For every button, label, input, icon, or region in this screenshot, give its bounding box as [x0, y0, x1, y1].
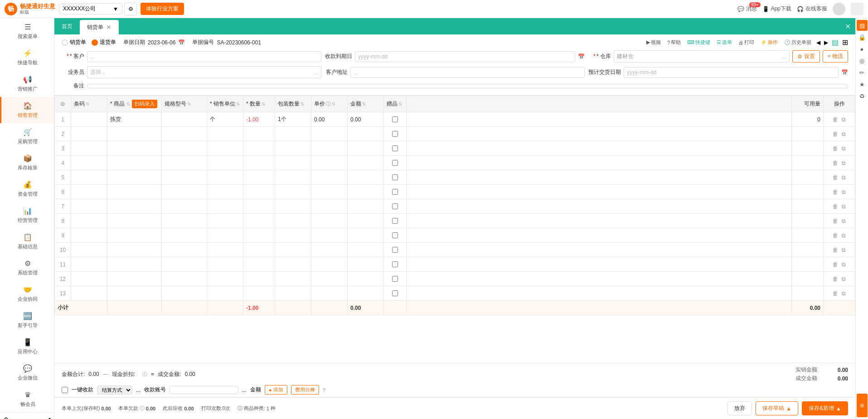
cell-gift-7[interactable]	[384, 214, 407, 228]
cell-gift-10[interactable]	[384, 257, 407, 272]
cell-barcode-6[interactable]	[71, 199, 107, 214]
cell-barcode-1[interactable]	[71, 127, 107, 141]
date-calendar-icon[interactable]: 📅	[178, 39, 185, 46]
gift-checkbox-8[interactable]	[392, 232, 398, 238]
doc-no-value[interactable]: SA-20230606-001	[217, 39, 261, 46]
cell-qty-1[interactable]	[243, 127, 275, 141]
cell-pkgqty-3[interactable]	[275, 156, 311, 170]
radio-sales[interactable]: 销货单	[62, 39, 86, 46]
settings-gear-button[interactable]: ⚙	[124, 3, 137, 15]
cell-pkgqty-6[interactable]	[275, 199, 311, 214]
expense-info-icon[interactable]: ?	[323, 387, 325, 393]
sidebar-item-inventory[interactable]: 📦 库存核算	[0, 149, 54, 176]
shortcut-btn[interactable]: ⌨ 快捷键	[686, 39, 712, 46]
sidebar-settings-icon[interactable]: ⚙	[4, 416, 9, 419]
sidebar-item-purchase[interactable]: 🛒 采购管理	[0, 123, 54, 149]
cell-product-11[interactable]	[107, 272, 162, 286]
gift-checkbox-6[interactable]	[392, 203, 398, 209]
cell-spec-1[interactable]	[162, 127, 207, 141]
delete-icon-8[interactable]: 🗑	[833, 232, 838, 239]
sidebar-item-collab[interactable]: 🤝 企业协同	[0, 281, 54, 307]
customer-address-input[interactable]	[350, 67, 585, 78]
copy-icon-5[interactable]: ⧉	[842, 189, 846, 195]
cell-desc-5[interactable]	[407, 185, 792, 199]
cell-barcode-5[interactable]	[71, 185, 107, 199]
cell-gift-2[interactable]	[384, 141, 407, 156]
one-click-payment-checkbox[interactable]	[62, 387, 68, 393]
help-btn[interactable]: ? 帮助	[666, 39, 682, 46]
cell-desc-3[interactable]	[407, 156, 792, 170]
cell-price-0[interactable]: 0.00	[311, 112, 348, 127]
cell-pkgqty-5[interactable]	[275, 185, 311, 199]
cell-unit-7[interactable]	[207, 214, 243, 228]
cell-spec-7[interactable]	[162, 214, 207, 228]
operate-btn[interactable]: ⚡ 操作	[759, 39, 779, 46]
delete-icon-10[interactable]: 🗑	[833, 261, 838, 268]
cell-product-12[interactable]	[107, 286, 162, 301]
cell-unit-4[interactable]	[207, 170, 243, 185]
cell-price-5[interactable]	[311, 185, 348, 199]
cell-qty-7[interactable]	[243, 214, 275, 228]
cell-spec-2[interactable]	[162, 141, 207, 156]
cell-amount-11[interactable]	[348, 272, 384, 286]
account-input[interactable]	[170, 386, 238, 394]
cell-pkgqty-10[interactable]	[275, 257, 311, 272]
tab-sales-order[interactable]: 销货单 ✕	[80, 20, 119, 34]
sidebar-collapse-icon[interactable]: ◀	[46, 416, 50, 419]
delivery-calendar-icon[interactable]: 📅	[841, 69, 848, 76]
cell-qty-6[interactable]	[243, 199, 275, 214]
delivery-date-input[interactable]: yyyy-mm-dd	[624, 67, 839, 78]
cell-qty-2[interactable]	[243, 141, 275, 156]
logistics-button[interactable]: + 物流	[823, 50, 848, 63]
cell-spec-3[interactable]	[162, 156, 207, 170]
scan-button[interactable]: 扫码录入	[132, 100, 157, 108]
gift-checkbox-11[interactable]	[392, 276, 398, 282]
cell-desc-1[interactable]	[407, 127, 792, 141]
cell-product-3[interactable]	[107, 156, 162, 170]
cell-price-1[interactable]	[311, 127, 348, 141]
remarks-input[interactable]	[87, 84, 848, 88]
cell-product-9[interactable]	[107, 243, 162, 257]
save-draft-dropdown-icon[interactable]: ▲	[786, 405, 791, 412]
delete-icon-11[interactable]: 🗑	[833, 276, 838, 282]
cell-gift-8[interactable]	[384, 228, 407, 243]
cell-gift-5[interactable]	[384, 185, 407, 199]
cell-qty-9[interactable]	[243, 243, 275, 257]
app-download-button[interactable]: 📱 App下载	[762, 5, 791, 13]
cell-product-2[interactable]	[107, 141, 162, 156]
cell-product-0[interactable]: 拣货	[107, 112, 162, 127]
cell-spec-5[interactable]	[162, 185, 207, 199]
delete-icon-5[interactable]: 🗑	[833, 189, 838, 195]
gift-checkbox-4[interactable]	[392, 174, 398, 180]
copy-icon-6[interactable]: ⧉	[842, 203, 846, 210]
history-btn[interactable]: 🕐 历史单据	[783, 39, 813, 46]
sidebar-item-wechat[interactable]: 💬 企业微信	[0, 360, 54, 386]
cell-unit-1[interactable]	[207, 127, 243, 141]
copy-icon-10[interactable]: ⧉	[842, 261, 846, 268]
prev-icon[interactable]: ◀	[816, 39, 820, 46]
payment-due-calendar-icon[interactable]: 📅	[578, 53, 585, 60]
cell-barcode-0[interactable]	[71, 112, 107, 127]
company-selector[interactable]: XXXXXX公司 ▼	[59, 3, 122, 14]
salesperson-input[interactable]: 选择...	[87, 66, 321, 78]
cell-pkgqty-9[interactable]	[275, 243, 311, 257]
cell-product-8[interactable]	[107, 228, 162, 243]
cell-qty-11[interactable]	[243, 272, 275, 286]
cell-price-4[interactable]	[311, 170, 348, 185]
delete-icon-12[interactable]: 🗑	[833, 290, 838, 297]
settlement-method-select[interactable]: 结算方式	[97, 385, 132, 395]
cell-product-7[interactable]	[107, 214, 162, 228]
rt-btn-star[interactable]: ★	[857, 79, 868, 90]
cell-pkgqty-8[interactable]	[275, 228, 311, 243]
cell-gift-0[interactable]	[384, 112, 407, 127]
cell-amount-5[interactable]	[348, 185, 384, 199]
cell-desc-10[interactable]	[407, 257, 792, 272]
cell-pkgqty-4[interactable]	[275, 170, 311, 185]
cell-desc-6[interactable]	[407, 199, 792, 214]
cell-gift-12[interactable]	[384, 286, 407, 301]
copy-icon-0[interactable]: ⧉	[842, 116, 846, 123]
overdue-info-icon[interactable]: ⓘ	[140, 405, 145, 412]
save-draft-button[interactable]: 保存草稿 ▲	[756, 401, 798, 415]
cell-gift-11[interactable]	[384, 272, 407, 286]
trial-button[interactable]: 体验行业方案	[141, 3, 184, 15]
